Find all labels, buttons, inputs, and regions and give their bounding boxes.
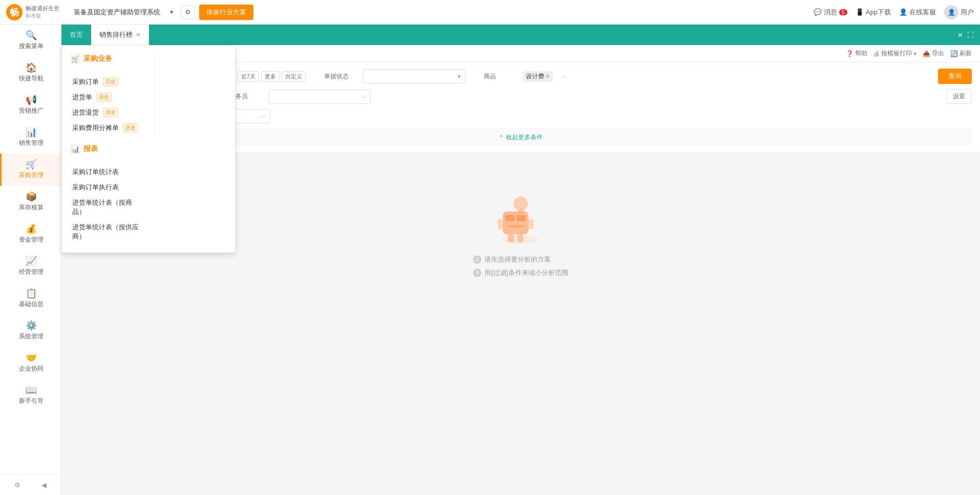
sidebar-item-operations[interactable]: 📈 经营管理 [0,250,61,283]
app-name: 畅捷通好生意 [26,5,59,12]
sidebar-item-label: 采购管理 [19,171,44,180]
tab-close-all-icon[interactable]: ✕ [957,31,963,39]
handshake-icon: 🤝 [26,353,37,362]
item-label: 进货单统计表（按供应商） [72,223,142,241]
dropdown-item-purchase-order-stat[interactable]: 采购订单统计表 [70,164,144,180]
dropdown-purchase-col: 🛒 采购业务 采购订单 历史 进货单 历史 进货退货 历史 采购费用分摊单 历史 [70,54,144,136]
sidebar-item-finance[interactable]: 💰 资金管理 [0,218,61,250]
avatar-icon: 👤 [944,5,958,19]
sidebar-item-label: 营销推广 [19,106,44,115]
empty-hints: ① 请先选择要分析的方案 ② 用[过滤]条件来缩小分析范围 [473,253,568,279]
shortcut-custom[interactable]: 自定义 [282,71,306,82]
empty-hint-2: ② 用[过滤]条件来缩小分析范围 [473,266,568,279]
tab-home[interactable]: 首页 [61,25,91,45]
sidebar-item-label: 企业协同 [19,364,44,373]
item-label: 进货单统计表（按商品） [72,198,142,217]
help-btn[interactable]: ❓ 帮助 [846,49,867,58]
report-title-text: 报表 [83,144,98,154]
collapse-label: 收起更多条件 [506,133,543,142]
cart-icon: 🛒 [26,160,37,169]
shortcut-more[interactable]: 更多 [261,71,280,82]
item-label: 进货单 [72,93,92,102]
template-print-label: 按模板打印 [881,49,912,58]
user-btn[interactable]: 👤 用户 [944,5,974,19]
item-label: 采购订单统计表 [72,167,119,177]
refresh-btn[interactable]: 🔄 刷新 [950,49,972,58]
dropdown-item-goods-receipt[interactable]: 进货单 历史 [70,90,144,105]
empty-svg [490,193,551,245]
print-icon: 🖨 [874,50,880,57]
megaphone-icon: 📢 [26,95,37,104]
sidebar-settings-icon[interactable]: ⚙ [14,481,20,489]
svg-rect-8 [517,234,523,242]
export-btn[interactable]: 📤 导出 [923,49,944,58]
export-icon: 📤 [923,50,930,57]
template-print-btn[interactable]: 🖨 按模板打印 ▾ [874,49,917,58]
shortcut-7days[interactable]: 近7天 [238,71,259,82]
tab-expand-icon[interactable]: ⛶ [967,31,974,39]
online-service-btn[interactable]: 👤 在线客服 [899,8,936,17]
sidebar-item-basic[interactable]: 📋 基础信息 [0,283,61,315]
service-icon: 👤 [899,8,907,16]
tab-close-icon[interactable]: ✕ [136,31,141,38]
sidebar-collapse-icon[interactable]: ◀ [41,481,47,489]
chevron-up-icon: ⌃ [499,134,504,141]
sidebar-item-purchase[interactable]: 🛒 采购管理 [0,154,61,186]
chevron-down-icon: ▾ [458,73,461,80]
dropdown-item-goods-stat-by-supplier[interactable]: 进货单统计表（按供应商） [70,220,144,244]
dropdown-item-purchase-expense[interactable]: 采购费用分摊单 历史 [70,120,144,136]
sidebar-item-marketing[interactable]: 📢 营销推广 [0,89,61,121]
dropdown-item-purchase-order[interactable]: 采购订单 历史 [70,74,144,90]
tab-sales-rank[interactable]: 销售排行榜 ✕ [91,25,149,45]
logo-area: 畅 畅捷通好生意 标准版 [6,4,68,20]
goods-tag-close[interactable]: ✕ [545,73,550,80]
message-btn[interactable]: 💬 消息 5 [814,8,847,17]
svg-rect-6 [528,219,534,229]
sidebar-item-system[interactable]: ⚙️ 系统管理 [0,315,61,347]
salesperson-select[interactable]: ··· [268,90,371,104]
sidebar-item-label: 销售管理 [19,139,44,147]
help-label: 帮助 [855,49,867,58]
sidebar-item-label: 新手引导 [19,397,44,405]
doc-status-select[interactable]: ▾ [363,69,465,83]
sidebar-item-enterprise[interactable]: 🤝 企业协同 [0,347,61,379]
app-download-btn[interactable]: 📱 App下载 [856,8,891,17]
print-dropdown-icon: ▾ [913,50,917,57]
dropdown-item-goods-return[interactable]: 进货退货 历史 [70,105,144,120]
settings-btn[interactable]: 设置 [946,89,972,104]
col-divider [155,54,155,136]
dropdown-report-title: 📊 报表 [70,144,144,158]
report-col-icon: 📊 [70,144,80,154]
customer-more-btn[interactable]: ··· [261,113,266,120]
message-label: 消息 [824,8,837,17]
sidebar-bottom: ⚙ ◀ [0,475,61,495]
svg-rect-7 [508,234,514,242]
sidebar-item-inventory[interactable]: 📦 库存核算 [0,186,61,218]
empty-illustration [490,193,551,245]
goods-label: 商品 [484,72,515,81]
sidebar-item-sales[interactable]: 📊 销售管理 [0,121,61,154]
sidebar-item-search[interactable]: 🔍 搜索菜单 [0,25,61,57]
app-download-label: App下载 [866,8,891,17]
history-badge: 历史 [123,123,138,133]
dropdown-item-purchase-order-exec[interactable]: 采购订单执行表 [70,180,144,195]
tab-sales-rank-label: 销售排行榜 [99,30,133,39]
item-label: 采购费用分摊单 [72,123,119,133]
system-dropdown-btn[interactable]: ▾ [166,7,177,17]
online-service-label: 在线客服 [909,8,936,17]
sidebar-item-quicknav[interactable]: 🏠 快捷导航 [0,57,61,89]
trend-icon: 📈 [26,256,37,266]
item-label: 进货退货 [72,108,99,117]
sidebar-item-label: 库存核算 [19,203,44,212]
salesperson-more-btn[interactable]: ··· [361,93,366,100]
goods-more-btn[interactable]: ··· [561,73,567,80]
system-settings-btn[interactable]: ⚙ [181,5,195,19]
industry-btn[interactable]: 体验行业方案 [199,5,253,20]
query-btn[interactable]: 查询 [938,69,972,84]
header-right: 💬 消息 5 📱 App下载 👤 在线客服 👤 用户 [814,5,974,19]
book-icon: 📖 [26,385,37,395]
tab-bar: 首页 销售排行榜 ✕ ✕ ⛶ [61,25,980,45]
dropdown-item-goods-stat-by-goods[interactable]: 进货单统计表（按商品） [70,195,144,220]
sidebar-item-guide[interactable]: 📖 新手引导 [0,379,61,412]
search-icon: 🔍 [26,31,37,40]
